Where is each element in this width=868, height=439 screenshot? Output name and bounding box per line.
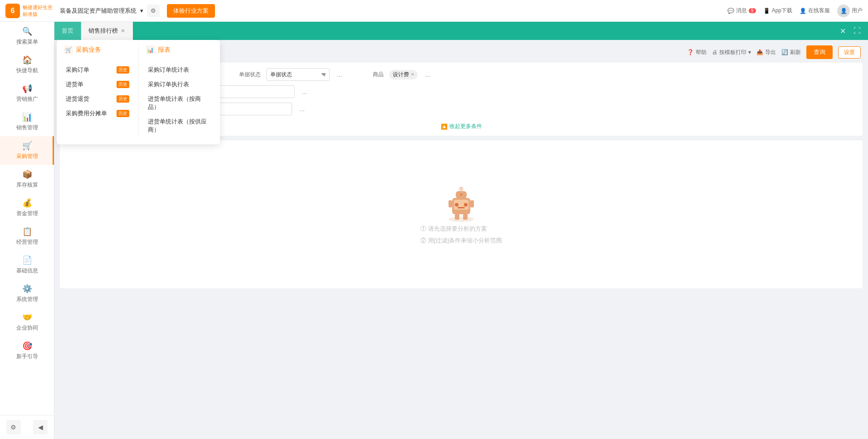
logo-icon: 6: [5, 4, 20, 18]
app-download-btn[interactable]: 📱 App下载: [763, 7, 792, 15]
industry-btn[interactable]: 体验行业方案: [167, 4, 215, 18]
goods-tag-close[interactable]: ×: [411, 71, 414, 78]
report-col-icon: 📊: [146, 45, 155, 54]
tab-sales-ranking[interactable]: 销售排行榜 ✕: [81, 22, 133, 40]
dropdown-item-purchase-order-exec[interactable]: 采购订单执行表: [146, 77, 213, 92]
dropdown-item-purchase-order-stat[interactable]: 采购订单统计表: [146, 63, 213, 77]
purchase-dropdown-menu: 🛒 采购业务 采购订单 历史 进货单 历史 进货退货 历史 采购费用分摊单 历史…: [57, 40, 220, 144]
help-btn[interactable]: ❓ 帮助: [687, 49, 707, 56]
sidebar-item-inventory[interactable]: 📦 库存核算: [0, 165, 54, 193]
topbar-gear-icon[interactable]: ⚙: [147, 5, 160, 17]
sidebar-collapse-btn[interactable]: ◀: [33, 420, 48, 434]
avatar: 👤: [837, 5, 850, 17]
report-col: 📊 报表 采购订单统计表 采购订单执行表 进货单统计表（按商品） 进货单统计表（…: [138, 45, 220, 137]
sidebar-item-quick-nav[interactable]: 🏠 快捷导航: [0, 50, 54, 79]
tab-close-btn[interactable]: ✕: [121, 28, 125, 34]
sidebar-item-system[interactable]: ⚙️ 系统管理: [0, 279, 54, 308]
sidebar: 🔍 搜索菜单 🏠 快捷导航 📢 营销推广 📊 销售管理 🛒 采购管理 📦 库存核…: [0, 22, 54, 439]
sidebar-item-finance[interactable]: 💰 资金管理: [0, 193, 54, 222]
svg-rect-8: [455, 214, 459, 220]
purchase-business-col: 🛒 采购业务 采购订单 历史 进货单 历史 进货退货 历史 采购费用分摊单 历史: [57, 45, 138, 137]
system-title-area: 装备及固定资产辅助管理系统 ▾ ⚙ 体验行业方案: [60, 4, 727, 18]
purchase-col-title: 🛒 采购业务: [64, 45, 131, 57]
svg-point-0: [449, 217, 474, 222]
doc-status-select[interactable]: 单据状态: [266, 68, 330, 81]
dropdown-item-expense[interactable]: 采购费用分摊单 历史: [64, 106, 131, 121]
customer-dots[interactable]: ...: [299, 105, 305, 113]
dropdown-item-return[interactable]: 进货退货 历史: [64, 92, 131, 106]
refresh-btn[interactable]: 🔄 刷新: [781, 49, 801, 56]
sidebar-item-enterprise[interactable]: 🤝 企业协同: [0, 308, 54, 336]
topbar-right: 💬 消息 9 📱 App下载 👤 在线客服 👤 用户: [727, 5, 863, 17]
finance-icon: 💰: [22, 198, 32, 208]
purchase-icon: 🛒: [22, 141, 32, 151]
query-btn[interactable]: 查询: [806, 45, 833, 59]
inbound-badge: 历史: [117, 81, 129, 88]
sidebar-item-operations[interactable]: 📋 经营管理: [0, 222, 54, 251]
doc-status-dots[interactable]: ...: [337, 71, 342, 78]
sidebar-item-newcomer[interactable]: 🎯 新手引导: [0, 336, 54, 365]
goods-dots[interactable]: ...: [425, 71, 430, 78]
system-title: 装备及固定资产辅助管理系统: [60, 7, 137, 15]
online-service-btn[interactable]: 👤 在线客服: [800, 7, 830, 15]
tab-bar-end: ✕ ⛶: [837, 22, 868, 40]
sidebar-item-basic-info[interactable]: 📄 基础信息: [0, 251, 54, 279]
newcomer-icon: 🎯: [22, 341, 32, 351]
settings-btn[interactable]: 设置: [838, 46, 861, 59]
sidebar-item-purchase[interactable]: 🛒 采购管理: [0, 136, 54, 165]
tab-bar: 首页 销售排行榜 ✕ ✕ ⛶: [54, 22, 868, 40]
title-dropdown-arrow[interactable]: ▾: [140, 7, 143, 14]
logo-area: 6 畅捷通好生意 标准版: [5, 4, 60, 18]
dropdown-item-inbound-stat-supplier[interactable]: 进货单统计表（按供应商）: [146, 114, 213, 137]
inventory-icon: 📦: [22, 169, 32, 179]
return-badge: 历史: [117, 95, 129, 103]
sidebar-item-marketing[interactable]: 📢 营销推广: [0, 79, 54, 108]
expense-badge: 历史: [117, 110, 129, 117]
export-btn[interactable]: 📤 导出: [756, 49, 776, 56]
goods-tag: 设计费 ×: [389, 70, 418, 79]
svg-point-4: [464, 203, 468, 207]
sales-icon: 📊: [22, 112, 32, 122]
purchase-order-badge: 历史: [117, 66, 129, 74]
svg-rect-12: [459, 197, 463, 199]
svg-rect-5: [458, 207, 465, 208]
svg-rect-7: [470, 200, 474, 207]
operations-icon: 📋: [22, 227, 32, 237]
search-icon: 🔍: [22, 26, 32, 36]
svg-point-3: [455, 203, 458, 207]
dropdown-item-inbound-stat-goods[interactable]: 进货单统计表（按商品）: [146, 92, 213, 114]
salesperson-input[interactable]: [219, 85, 295, 98]
doc-status-select-wrap: 单据状态 ▾: [266, 68, 330, 81]
topbar: 6 畅捷通好生意 标准版 装备及固定资产辅助管理系统 ▾ ⚙ 体验行业方案 💬 …: [0, 0, 868, 22]
report-col-title: 📊 报表: [146, 45, 213, 57]
messages-badge: 9: [749, 8, 756, 13]
customer-input[interactable]: [216, 103, 292, 115]
tab-home[interactable]: 首页: [54, 22, 81, 40]
dropdown-item-inbound[interactable]: 进货单 历史: [64, 77, 131, 92]
help-icon: ❓: [687, 49, 694, 55]
print-btn[interactable]: 🖨 按模板打印 ▾: [712, 49, 751, 56]
print-dropdown-icon[interactable]: ▾: [748, 49, 751, 55]
purchase-col-icon: 🛒: [64, 45, 73, 54]
phone-icon: 📱: [763, 8, 770, 14]
sidebar-bottom: ⚙ ◀: [0, 415, 54, 439]
svg-point-11: [460, 194, 462, 196]
empty-state: ① 请先选择要分析的方案 ② 用[过滤]条件来缩小分析范围: [67, 146, 855, 283]
dropdown-item-purchase-order[interactable]: 采购订单 历史: [64, 63, 131, 77]
svg-point-13: [459, 187, 463, 191]
salesperson-dots[interactable]: ...: [302, 88, 307, 95]
empty-hint-1: ① 请先选择要分析的方案 ② 用[过滤]条件来缩小分析范围: [420, 223, 502, 247]
svg-rect-6: [449, 200, 452, 207]
sidebar-item-search[interactable]: 🔍 搜索菜单: [0, 22, 54, 50]
messages-btn[interactable]: 💬 消息 9: [727, 7, 756, 15]
doc-status-label: 单据状态: [234, 71, 261, 79]
sidebar-item-sales[interactable]: 📊 销售管理: [0, 108, 54, 136]
basic-info-icon: 📄: [22, 255, 32, 265]
tab-close-all-btn[interactable]: ✕: [837, 25, 848, 36]
tab-expand-btn[interactable]: ⛶: [852, 25, 863, 36]
empty-illustration: [439, 182, 484, 223]
user-btn[interactable]: 👤 用户: [837, 5, 863, 17]
sidebar-settings-btn[interactable]: ⚙: [6, 420, 21, 434]
svg-rect-9: [463, 214, 468, 220]
enterprise-icon: 🤝: [22, 312, 32, 322]
